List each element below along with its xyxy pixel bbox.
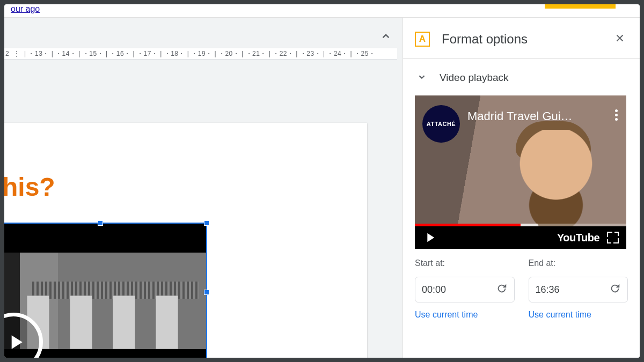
resize-handle[interactable] [204, 220, 209, 226]
format-options-icon: A [415, 32, 430, 47]
use-current-time-end[interactable]: Use current time [529, 310, 628, 320]
start-at-input[interactable]: 00:00 [415, 277, 515, 302]
header-accent [545, 4, 616, 9]
section-title: Video playback [440, 72, 509, 84]
close-icon[interactable] [614, 32, 626, 46]
resize-handle[interactable] [98, 220, 103, 226]
embedded-video[interactable] [4, 223, 207, 358]
video-preview[interactable]: ATTACHÉ Madrid Travel Gui… YouTube [415, 95, 626, 249]
channel-badge: ATTACHÉ [422, 105, 460, 143]
fullscreen-icon[interactable] [607, 232, 619, 243]
chevron-down-icon [416, 71, 428, 85]
start-at-label: Start at: [415, 258, 515, 268]
refresh-icon[interactable] [496, 283, 508, 297]
video-playback-section-header[interactable]: Video playback [403, 59, 640, 95]
youtube-logo[interactable]: YouTube [557, 232, 599, 244]
slide[interactable]: this? [4, 123, 367, 358]
refresh-icon[interactable] [609, 283, 621, 297]
video-title: Madrid Travel Gui… [467, 109, 573, 123]
panel-title: Format options [442, 32, 614, 47]
format-options-panel: A Format options Video playback ATTACHÉ … [402, 18, 640, 358]
resize-handle[interactable] [204, 290, 209, 295]
end-at-label: End at: [529, 258, 628, 268]
play-icon[interactable] [422, 230, 437, 245]
horizontal-ruler: 2 ⋮ | ・13・ | ・14・ | ・15・ | ・16・ | ・17・ |… [4, 48, 397, 60]
slide-title-text: this? [4, 172, 55, 202]
collapse-chevron-icon[interactable] [379, 29, 393, 46]
use-current-time-start[interactable]: Use current time [415, 310, 515, 320]
end-at-input[interactable]: 16:36 [529, 277, 628, 302]
slide-canvas[interactable]: 2 ⋮ | ・13・ | ・14・ | ・15・ | ・16・ | ・17・ |… [4, 18, 402, 358]
video-more-icon[interactable] [615, 109, 618, 121]
